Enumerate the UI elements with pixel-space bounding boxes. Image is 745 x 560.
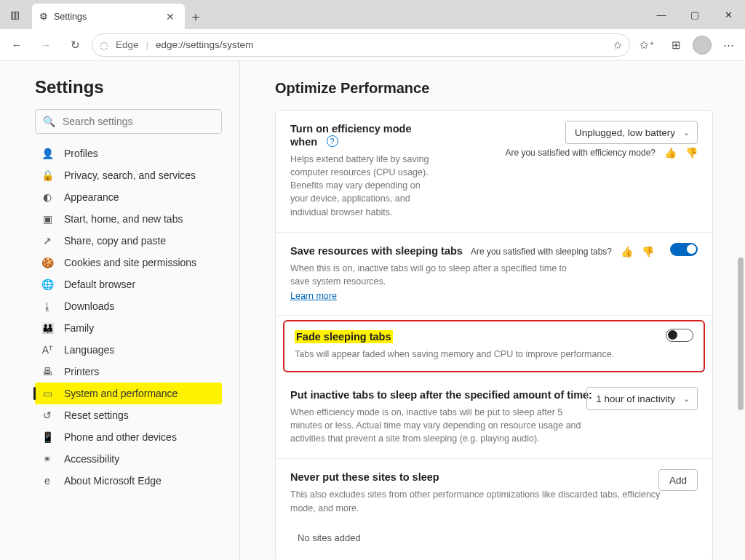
nav-label: Default browser [64,279,135,290]
minimize-button[interactable]: — [645,0,678,29]
sidebar-item-profiles[interactable]: 👤Profiles [35,143,222,164]
profile-avatar[interactable] [693,36,712,55]
nav-icon: 👪 [41,322,54,334]
sidebar-item-printers[interactable]: 🖶Printers [35,361,222,383]
nav-label: About Microsoft Edge [64,475,162,487]
sleeping-desc: When this is on, inactive tabs will go t… [290,262,581,288]
nav-icon: ▭ [41,388,54,399]
thumbs-up-icon[interactable]: 👍 [621,246,633,257]
favorite-star-icon[interactable]: ✩ [613,39,622,51]
nav-icon: 📱 [41,431,54,443]
efficiency-title: Turn on efficiency mode when [290,123,412,148]
close-tab-button[interactable]: ✕ [163,9,178,24]
sidebar-item-system-and-performance[interactable]: ▭System and performance [35,383,222,404]
add-site-button[interactable]: Add [658,469,698,491]
nav-label: Appearance [64,191,119,203]
tab-title: Settings [54,12,87,22]
nav-label: Start, home, and new tabs [64,213,183,225]
favorites-button[interactable]: ✩⁺ [634,33,659,57]
nav-icon: 👤 [41,148,54,159]
scrollbar-thumb[interactable] [738,257,744,410]
address-prefix: Edge [116,39,139,50]
sidebar-item-downloads[interactable]: ⭳Downloads [35,295,222,317]
nav-icon: e [41,475,54,487]
inactive-sleep-row: Put inactive tabs to sleep after the spe… [276,377,712,459]
settings-heading: Settings [35,77,222,97]
nav-label: System and performance [64,388,178,399]
new-tab-button[interactable]: ＋ [185,4,207,29]
sidebar-item-start-home-and-new-tabs[interactable]: ▣Start, home, and new tabs [35,208,222,230]
settings-main[interactable]: Optimize Performance Turn on efficiency … [240,61,745,560]
inactive-desc: When efficiency mode is on, inactive tab… [290,406,581,445]
nav-label: Family [64,322,94,334]
sidebar-item-default-browser[interactable]: 🌐Default browser [35,273,222,295]
efficiency-mode-row: Turn on efficiency mode when ? Helps ext… [276,111,712,233]
inactive-title: Put inactive tabs to sleep after the spe… [290,389,592,401]
sidebar-item-accessibility[interactable]: ✴Accessibility [35,448,222,470]
nav-label: Share, copy and paste [64,235,166,247]
search-settings-input[interactable]: 🔍 Search settings [35,109,222,134]
nav-icon: ◐ [41,191,54,203]
learn-more-link[interactable]: Learn more [290,291,337,301]
sleeping-tabs-toggle[interactable] [670,243,698,256]
nav-label: Accessibility [64,453,119,465]
nav-icon: ↺ [41,409,54,421]
sleeping-feedback: Are you satisfied with sleeping tabs? 👍 … [471,246,654,257]
no-sites-text: No sites added [290,528,698,548]
edge-icon: ◌ [100,39,108,51]
sidebar-item-appearance[interactable]: ◐Appearance [35,186,222,208]
settings-content: Settings 🔍 Search settings 👤Profiles🔒Pri… [0,61,745,560]
nav-label: Printers [64,366,99,377]
more-menu-button[interactable]: ⋯ [716,33,741,57]
help-icon[interactable]: ? [327,135,338,147]
fade-sleeping-toggle[interactable] [666,329,693,342]
close-window-button[interactable]: ✕ [712,0,745,29]
efficiency-desc: Helps extend battery life by saving comp… [290,153,436,219]
nav-icon: ↗ [41,235,54,247]
nav-icon: 🖶 [41,366,54,377]
never-sleep-row: Never put these sites to sleep This also… [276,459,712,560]
search-placeholder: Search settings [63,116,133,127]
never-desc: This also excludes sites from other perf… [290,488,669,514]
sidebar-item-family[interactable]: 👪Family [35,317,222,339]
nav-label: Languages [64,344,114,356]
sidebar-item-languages[interactable]: AᵀLanguages [35,339,222,361]
thumbs-down-icon[interactable]: 👎 [642,246,654,257]
tab-actions-button[interactable]: ▥ [0,0,29,29]
collections-button[interactable]: ⊞ [664,33,688,57]
sidebar-item-phone-and-other-devices[interactable]: 📱Phone and other devices [35,426,222,448]
thumbs-up-icon[interactable]: 👍 [664,147,677,159]
performance-card: Turn on efficiency mode when ? Helps ext… [275,110,713,560]
back-button[interactable]: ← [4,33,29,57]
nav-label: Privacy, search, and services [64,169,196,181]
gear-icon: ⚙ [39,11,48,22]
nav-icon: 🌐 [41,279,54,290]
settings-sidebar: Settings 🔍 Search settings 👤Profiles🔒Pri… [0,61,240,560]
browser-tab[interactable]: ⚙ Settings ✕ [32,4,185,29]
sidebar-item-reset-settings[interactable]: ↺Reset settings [35,404,222,426]
thumbs-down-icon[interactable]: 👎 [685,147,698,159]
chevron-down-icon: ⌄ [683,394,690,404]
forward-button[interactable]: → [33,33,58,57]
refresh-button[interactable]: ↻ [63,33,87,57]
maximize-button[interactable]: ▢ [678,0,712,29]
chevron-down-icon: ⌄ [683,128,690,137]
search-icon: 🔍 [43,116,55,127]
inactivity-duration-select[interactable]: 1 hour of inactivity ⌄ [586,387,698,410]
efficiency-mode-select[interactable]: Unplugged, low battery ⌄ [565,121,698,144]
optimize-performance-heading: Optimize Performance [275,80,713,97]
nav-label: Downloads [64,300,114,312]
nav-icon: ▣ [41,213,54,225]
nav-icon: Aᵀ [41,344,54,356]
address-bar[interactable]: ◌ Edge | edge://settings/system ✩ [92,33,630,57]
sidebar-item-cookies-and-site-permissions[interactable]: 🍪Cookies and site permissions [35,252,222,273]
nav-icon: 🍪 [41,257,54,268]
sidebar-item-about-microsoft-edge[interactable]: eAbout Microsoft Edge [35,470,222,492]
nav-label: Cookies and site permissions [64,257,196,268]
sleeping-tabs-row: Save resources with sleeping tabs When t… [276,233,712,316]
nav-label: Reset settings [64,409,129,421]
never-title: Never put these sites to sleep [290,471,439,483]
sidebar-item-share-copy-and-paste[interactable]: ↗Share, copy and paste [35,230,222,252]
sidebar-item-privacy-search-and-services[interactable]: 🔒Privacy, search, and services [35,164,222,186]
titlebar: ▥ ⚙ Settings ✕ ＋ — ▢ ✕ [0,0,745,29]
